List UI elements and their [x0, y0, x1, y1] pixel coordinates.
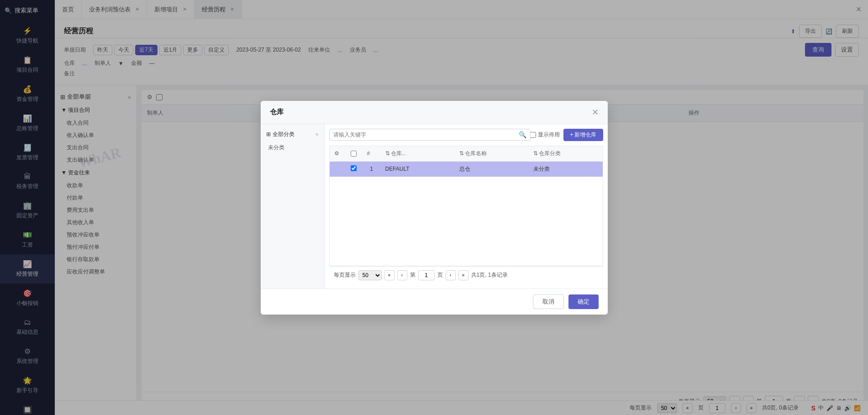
modal-page-size-label: 每页显示 — [334, 271, 356, 279]
modal-action-bar: 取消 确定 — [261, 289, 608, 315]
modal-left-title: 全部分类 — [273, 131, 295, 138]
show-disabled-text: 显示停用 — [538, 131, 560, 139]
modal-left-header: ⊞ 全部分类 « — [261, 129, 324, 140]
show-disabled-label[interactable]: 显示停用 — [530, 131, 560, 139]
modal-page-suffix: 页 — [437, 271, 443, 279]
modal-left-panel: ⊞ 全部分类 « 未分类 — [261, 124, 325, 289]
modal-left-collapse-btn[interactable]: « — [316, 131, 319, 137]
row-num: 1 — [363, 162, 381, 176]
sort-icon: ⇅ — [385, 150, 390, 157]
modal-search-icon: 🔍 — [519, 131, 526, 138]
table-row[interactable]: 1 DEFAULT 总仓 未分类 — [330, 162, 603, 177]
warehouse-modal: 仓库 ✕ ⊞ 全部分类 « 未分类 🔍 显示 — [261, 101, 608, 315]
modal-header: 仓库 ✕ — [261, 101, 608, 124]
modal-first-page-btn[interactable]: « — [384, 270, 395, 280]
modal-footer: 每页显示 501020100 « ‹ 第 页 › » 共1页, 1条记录 — [329, 266, 603, 284]
row-settings — [330, 165, 346, 173]
modal-left-grid-icon: ⊞ — [266, 131, 271, 137]
modal-th-settings: ⚙ — [330, 146, 346, 161]
row-category: 未分类 — [529, 162, 603, 177]
row-select-checkbox[interactable] — [351, 165, 357, 171]
sort-icon-name: ⇅ — [459, 150, 464, 157]
modal-th-num: # — [363, 146, 381, 161]
show-disabled-checkbox[interactable] — [530, 132, 536, 138]
modal-header-checkbox[interactable] — [351, 151, 357, 157]
modal-search-bar: 🔍 显示停用 + 新增仓库 — [329, 129, 603, 141]
row-code: DEFAULT — [381, 162, 455, 176]
add-warehouse-button[interactable]: + 新增仓库 — [563, 129, 603, 141]
modal-page-label: 第 — [410, 271, 416, 279]
modal-close-btn[interactable]: ✕ — [592, 107, 599, 117]
modal-pagination: 每页显示 501020100 « ‹ 第 页 › » 共1页, 1条记录 — [334, 270, 508, 280]
modal-table-header: ⚙ # ⇅ 仓库... ⇅ 仓库名称 ⇅ 仓库分类 — [329, 146, 603, 161]
modal-th-checkbox — [346, 146, 363, 161]
modal-table-body: 1 DEFAULT 总仓 未分类 — [329, 161, 603, 266]
confirm-button[interactable]: 确定 — [568, 294, 599, 309]
row-name: 总仓 — [455, 162, 529, 177]
modal-page-size-select[interactable]: 501020100 — [358, 270, 382, 280]
modal-body: ⊞ 全部分类 « 未分类 🔍 显示停用 + 新增仓库 — [261, 124, 608, 289]
modal-prev-page-btn[interactable]: ‹ — [397, 270, 407, 280]
modal-page-number-input[interactable] — [418, 270, 435, 280]
modal-th-code: ⇅ 仓库... — [381, 146, 455, 161]
cancel-button[interactable]: 取消 — [533, 294, 564, 309]
modal-right-panel: 🔍 显示停用 + 新增仓库 ⚙ # ⇅ 仓库... — [325, 124, 608, 289]
modal-title: 仓库 — [270, 108, 284, 116]
modal-left-item-uncategorized[interactable]: 未分类 — [261, 140, 324, 155]
modal-next-page-btn[interactable]: › — [446, 270, 456, 280]
modal-total-info: 共1页, 1条记录 — [471, 271, 508, 279]
sort-icon-category: ⇅ — [533, 150, 538, 157]
warehouse-search-input[interactable] — [329, 129, 531, 141]
modal-last-page-btn[interactable]: » — [458, 270, 468, 280]
row-checkbox[interactable] — [346, 162, 363, 176]
modal-th-category: ⇅ 仓库分类 — [529, 146, 603, 161]
modal-th-name: ⇅ 仓库名称 — [455, 146, 529, 161]
